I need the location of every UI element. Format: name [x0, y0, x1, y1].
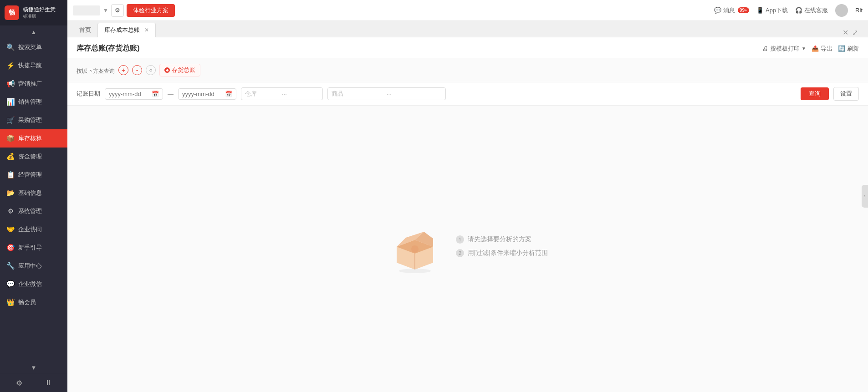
logo-text: 畅捷通好生意 标准版 [23, 6, 56, 20]
sidebar-item-vip[interactable]: 👑 畅会员 [0, 293, 67, 311]
tab-inventory-ledger[interactable]: 库存成本总账 ✕ [97, 23, 156, 37]
app-download-btn[interactable]: 📱 App下载 [756, 6, 788, 15]
cooperation-icon: 🤝 [6, 225, 15, 234]
scheme-dot [164, 67, 170, 73]
goods-placeholder: 商品 [332, 90, 385, 98]
tip-text-2: 用[过滤]条件来缩小分析范围 [468, 249, 548, 257]
panel-close-btn[interactable]: ✕ [842, 28, 848, 37]
audio-footer-btn[interactable]: ⏸ [45, 379, 52, 387]
calendar-start-icon[interactable]: 📅 [152, 91, 159, 97]
empty-box-svg [388, 222, 442, 276]
user-avatar[interactable] [835, 4, 848, 17]
page-title: 库存总账(存货总账) [77, 44, 140, 53]
sidebar-item-guide[interactable]: 🎯 新手引导 [0, 239, 67, 257]
sidebar-item-basic[interactable]: 📂 基础信息 [0, 184, 67, 202]
basic-icon: 📂 [6, 189, 15, 197]
industry-btn[interactable]: 体验行业方案 [127, 4, 175, 17]
date-end-input[interactable]: 📅 [178, 88, 236, 100]
sidebar-item-label: 营销推广 [18, 80, 42, 88]
tabbar: 首页 库存成本总账 ✕ ✕ ⤢ [67, 21, 868, 37]
tip-num-1: 1 [456, 235, 464, 244]
sidebar-item-cooperation[interactable]: 🤝 企业协同 [0, 220, 67, 239]
chevron-down-icon: ▼ [103, 7, 108, 14]
tab-home[interactable]: 首页 [73, 23, 97, 37]
sidebar-item-search[interactable]: 🔍 搜索菜单 [0, 38, 67, 56]
search-icon: 🔍 [6, 43, 15, 51]
sales-icon: 📊 [6, 98, 15, 106]
sidebar-item-label: 基础信息 [18, 189, 42, 197]
sidebar-item-label: 快捷导航 [18, 61, 42, 70]
messages-btn[interactable]: 💬 消息 99+ [714, 6, 749, 15]
sidebar-item-marketing[interactable]: 📢 营销推广 [0, 75, 67, 93]
quick-nav-icon: ⚡ [6, 61, 15, 70]
panel-expand-btn[interactable]: ⤢ [852, 28, 858, 37]
tip-num-2: 2 [456, 249, 464, 257]
settings-footer-btn[interactable]: ⚙ [16, 379, 22, 387]
sidebar-item-weixin[interactable]: 💬 企业微信 [0, 275, 67, 293]
sidebar-item-quick-nav[interactable]: ⚡ 快捷导航 [0, 56, 67, 75]
user-name[interactable]: Rit [855, 7, 863, 14]
empty-illustration [388, 222, 442, 276]
filter-bar: 按以下方案查询 + - « 存货总账 [67, 58, 868, 82]
filter-controls: + - « 存货总账 [118, 64, 859, 76]
date-end-field[interactable] [182, 91, 223, 97]
sidebar-item-purchase[interactable]: 🛒 采购管理 [0, 111, 67, 129]
calendar-end-icon[interactable]: 📅 [225, 91, 232, 97]
filter-collapse-btn[interactable]: « [146, 65, 156, 75]
date-start-input[interactable]: 📅 [105, 88, 163, 100]
date-separator: — [168, 91, 174, 97]
sidebar-item-finance[interactable]: 💰 资金管理 [0, 148, 67, 166]
sidebar-item-label: 应用中心 [18, 262, 42, 270]
filter-del-btn[interactable]: - [132, 65, 142, 75]
filter-label: 按以下方案查询 [77, 64, 115, 75]
print-dropdown-icon: ▼ [802, 46, 806, 51]
svg-point-5 [399, 269, 431, 273]
settings-btn[interactable]: 设置 [833, 87, 859, 101]
guide-icon: 🎯 [6, 244, 15, 252]
empty-tips: 1 请先选择要分析的方案 2 用[过滤]条件来缩小分析范围 [456, 235, 548, 263]
phone-icon: 📱 [756, 7, 764, 14]
sidebar-logo: 畅 畅捷通好生意 标准版 [0, 0, 67, 25]
sidebar-item-business[interactable]: 📋 经营管理 [0, 166, 67, 184]
online-service-btn[interactable]: 🎧 在线客服 [795, 6, 828, 15]
topbar: ▼ ⚙ 体验行业方案 💬 消息 99+ 📱 App下载 🎧 在线客服 Rit [67, 0, 868, 21]
sidebar-item-sales[interactable]: 📊 销售管理 [0, 93, 67, 111]
sidebar-footer: ⚙ ⏸ [0, 374, 67, 392]
print-icon: 🖨 [762, 45, 768, 52]
page-actions: 🖨 按模板打印 ▼ 📤 导出 🔄 刷新 [762, 45, 859, 53]
message-icon: 💬 [714, 7, 721, 14]
query-btn[interactable]: 查询 [801, 87, 829, 100]
weixin-icon: 💬 [6, 280, 15, 288]
sidebar-scroll-up[interactable]: ▲ [0, 25, 67, 38]
sidebar-item-label: 新手引导 [18, 244, 42, 252]
sidebar-item-label: 经营管理 [18, 171, 42, 179]
scheme-item[interactable]: 存货总账 [159, 64, 200, 76]
messages-badge: 99+ [738, 7, 749, 13]
goods-more-icon[interactable]: ··· [385, 91, 442, 97]
refresh-btn[interactable]: 🔄 刷新 [838, 45, 859, 53]
tip-item-1: 1 请先选择要分析的方案 [456, 235, 548, 244]
export-btn[interactable]: 📤 导出 [812, 45, 832, 53]
page-content: 库存总账(存货总账) 🖨 按模板打印 ▼ 📤 导出 🔄 刷新 按以下方案查 [67, 37, 868, 392]
sidebar-item-apps[interactable]: 🔧 应用中心 [0, 257, 67, 275]
sidebar: 畅 畅捷通好生意 标准版 ▲ 🔍 搜索菜单 ⚡ 快捷导航 📢 营销推广 📊 销售… [0, 0, 67, 392]
right-panel-toggle[interactable]: › [862, 185, 868, 208]
filter-add-btn[interactable]: + [118, 65, 128, 75]
vip-icon: 👑 [6, 298, 15, 306]
sidebar-item-label: 资金管理 [18, 153, 42, 161]
date-start-field[interactable] [109, 91, 150, 97]
warehouse-more-icon[interactable]: ··· [280, 91, 319, 97]
refresh-icon: 🔄 [838, 45, 845, 52]
main: ▼ ⚙ 体验行业方案 💬 消息 99+ 📱 App下载 🎧 在线客服 Rit [67, 0, 868, 392]
print-btn[interactable]: 🖨 按模板打印 ▼ [762, 45, 806, 53]
warehouse-placeholder: 仓库 [245, 90, 280, 98]
goods-input[interactable]: 商品 ··· [327, 87, 446, 100]
sidebar-item-inventory[interactable]: 📦 库存核算 [0, 129, 67, 148]
sidebar-item-label: 搜索菜单 [18, 43, 42, 51]
sidebar-scroll-down[interactable]: ▼ [0, 361, 67, 374]
sidebar-item-system[interactable]: ⚙ 系统管理 [0, 202, 67, 220]
settings-button[interactable]: ⚙ [111, 4, 124, 17]
topbar-nav: ▼ ⚙ 体验行业方案 [73, 4, 710, 17]
tab-close-btn[interactable]: ✕ [144, 27, 149, 33]
warehouse-input[interactable]: 仓库 ··· [241, 87, 323, 100]
